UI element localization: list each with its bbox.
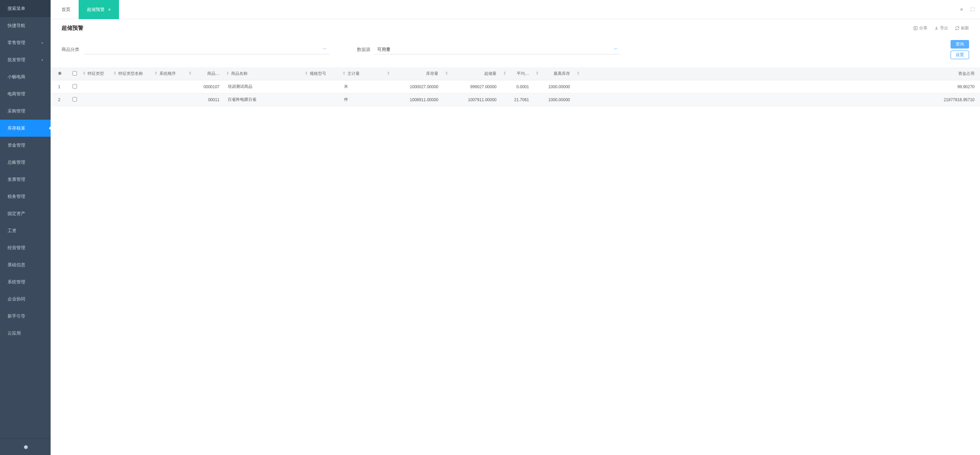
close-icon[interactable]: ✕: [957, 5, 966, 14]
sidebar-item-1[interactable]: 快捷导航: [0, 17, 51, 34]
tab-label: 首页: [62, 6, 70, 13]
row-checkbox[interactable]: [73, 84, 77, 89]
sidebar-item-3[interactable]: 批发管理▾: [0, 51, 51, 68]
col-product-code[interactable]: 商品…: [188, 67, 225, 80]
table-cell: [153, 93, 188, 106]
sidebar-item-5[interactable]: 电商管理: [0, 86, 51, 103]
gear-icon: [57, 71, 62, 76]
col-sys-order[interactable]: 系统顺序: [153, 67, 188, 80]
sidebar-item-15[interactable]: 基础信息: [0, 256, 51, 274]
sidebar-item-label: 发票管理: [8, 177, 25, 183]
table-cell: 1000.00000: [535, 80, 576, 93]
col-overstock[interactable]: 超储量: [444, 67, 502, 80]
caret-down-icon: ▾: [41, 41, 43, 45]
sidebar-item-label: 总账管理: [8, 159, 25, 165]
table-cell: 0.0001: [502, 80, 535, 93]
table-cell: [68, 80, 81, 93]
sidebar-item-6[interactable]: 采购管理: [0, 103, 51, 120]
sidebar-item-label: 云应用: [8, 330, 21, 336]
sidebar: 搜索菜单快捷导航零售管理▾批发管理▾小畅电商电商管理采购管理库存核算资金管理总账…: [0, 0, 51, 455]
settings-button[interactable]: 设置: [951, 51, 969, 59]
sidebar-item-label: 税务管理: [8, 194, 25, 200]
sidebar-item-8[interactable]: 资金管理: [0, 137, 51, 154]
sidebar-item-13[interactable]: 工资: [0, 222, 51, 239]
sidebar-item-17[interactable]: 企业协同: [0, 291, 51, 308]
tab-bar: 首页超储预警× ✕ ⛶: [51, 0, 980, 19]
table-cell: 1000.00000: [535, 93, 576, 106]
filter-source: 数据源 可用量 ﹀: [357, 45, 620, 54]
col-unit[interactable]: 主计量: [341, 67, 386, 80]
main-area: 首页超储预警× ✕ ⛶ 超储预警 分享 导出 刷新: [51, 0, 980, 455]
refresh-action[interactable]: 刷新: [955, 25, 969, 31]
table-cell: 百雀羚电膜百雀: [225, 93, 304, 106]
sidebar-item-19[interactable]: 云应用: [0, 325, 51, 342]
sidebar-item-label: 系统管理: [8, 279, 25, 285]
caret-down-icon: ▾: [41, 58, 43, 62]
sidebar-item-label: 资金管理: [8, 142, 25, 148]
sidebar-item-18[interactable]: 新手引导: [0, 308, 51, 325]
query-button[interactable]: 查询: [951, 40, 969, 49]
sidebar-item-4[interactable]: 小畅电商: [0, 68, 51, 86]
filter-source-select[interactable]: 可用量 ﹀: [374, 45, 620, 54]
col-feature-type-name[interactable]: 特征类型名称: [112, 67, 153, 80]
page-header: 超储预警 分享 导出 刷新: [51, 19, 980, 35]
tab-0[interactable]: 首页: [53, 0, 79, 19]
sidebar-item-label: 经营管理: [8, 245, 25, 251]
table-cell: 21.7061: [502, 93, 535, 106]
table-cell: [112, 80, 153, 93]
filter-source-label: 数据源: [357, 46, 370, 52]
col-feature-type[interactable]: 特征类型: [81, 67, 112, 80]
sidebar-item-16[interactable]: 系统管理: [0, 274, 51, 291]
col-settings[interactable]: [51, 67, 68, 80]
col-avg[interactable]: 平均…: [502, 67, 535, 80]
sidebar-item-label: 工资: [8, 228, 16, 234]
sidebar-item-0[interactable]: 搜索菜单: [0, 0, 51, 17]
sidebar-item-label: 基础信息: [8, 262, 25, 268]
tab-close-icon[interactable]: ×: [108, 7, 111, 12]
chevron-down-icon: ﹀: [614, 46, 618, 52]
filter-category-select[interactable]: ﹀: [83, 45, 329, 54]
page-title: 超储预警: [62, 25, 83, 32]
export-action[interactable]: 导出: [934, 25, 948, 31]
table-cell: 培训测试商品: [225, 80, 304, 93]
sidebar-item-9[interactable]: 总账管理: [0, 154, 51, 171]
col-capital[interactable]: 资金占用: [576, 67, 980, 80]
sidebar-item-10[interactable]: 发票管理: [0, 171, 51, 188]
tab-label: 超储预警: [87, 6, 105, 13]
expand-icon[interactable]: ⛶: [968, 5, 977, 14]
sidebar-item-14[interactable]: 经营管理: [0, 239, 51, 256]
col-product-name[interactable]: 商品名称: [225, 67, 304, 80]
col-spec[interactable]: 规格型号: [304, 67, 341, 80]
sidebar-item-label: 小畅电商: [8, 74, 25, 80]
table-cell: [81, 80, 112, 93]
table-cell: [304, 93, 341, 106]
sidebar-item-12[interactable]: 固定资产: [0, 205, 51, 222]
table-cell: 999027.00000: [444, 80, 502, 93]
table-cell: 1007911.00000: [444, 93, 502, 106]
col-select-all[interactable]: [68, 67, 81, 80]
sidebar-item-11[interactable]: 税务管理: [0, 188, 51, 205]
chevron-down-icon: ﹀: [323, 46, 327, 52]
sidebar-footer: [0, 439, 51, 455]
table-cell: [153, 80, 188, 93]
table-cell: 米: [341, 80, 386, 93]
table-row[interactable]: 10000107培训测试商品米1000027.00000999027.00000…: [51, 80, 980, 93]
data-table: 特征类型 特征类型名称 系统顺序 商品… 商品名称 规格型号 主计量 库存量 超…: [51, 67, 980, 106]
col-max-stock[interactable]: 最高库存: [535, 67, 576, 80]
tab-1[interactable]: 超储预警×: [79, 0, 119, 19]
gear-icon[interactable]: [22, 444, 28, 450]
refresh-icon: [955, 26, 959, 30]
select-all-checkbox[interactable]: [73, 71, 77, 76]
share-action[interactable]: 分享: [913, 25, 928, 31]
table-row[interactable]: 200011百雀羚电膜百雀件1008911.000001007911.00000…: [51, 93, 980, 106]
sidebar-item-label: 电商管理: [8, 91, 25, 97]
col-stock[interactable]: 库存量: [386, 67, 444, 80]
sidebar-item-label: 企业协同: [8, 296, 25, 302]
filter-category: 商品分类 ﹀: [62, 45, 329, 54]
sidebar-item-2[interactable]: 零售管理▾: [0, 34, 51, 51]
row-checkbox[interactable]: [73, 97, 77, 102]
table-cell: 1: [51, 80, 68, 93]
sidebar-item-7[interactable]: 库存核算: [0, 120, 51, 137]
sidebar-item-label: 搜索菜单: [8, 5, 25, 12]
share-icon: [913, 26, 918, 30]
